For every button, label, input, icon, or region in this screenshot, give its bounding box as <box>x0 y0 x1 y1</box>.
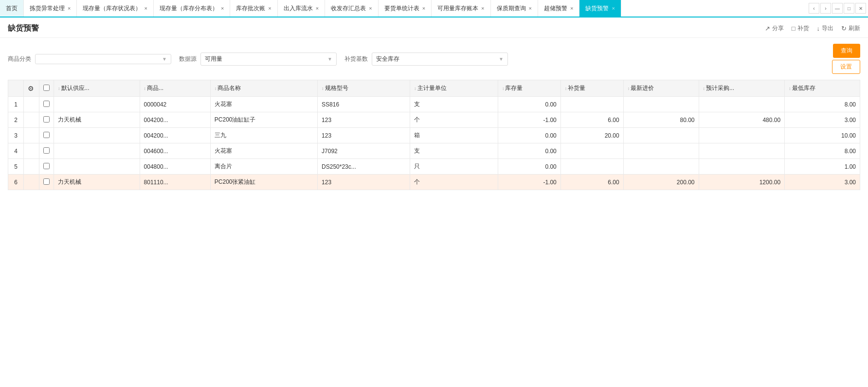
tab-item-6[interactable]: 收发存汇总表× <box>325 0 378 17</box>
tab-item-8[interactable]: 可用量库存账本× <box>432 0 490 17</box>
cell-spec-1: 123 <box>318 112 410 128</box>
cell-unit-5: 个 <box>410 175 498 190</box>
window-restore-button[interactable]: □ <box>844 3 854 14</box>
tab-label-1: 拣货异常处理 <box>30 4 65 13</box>
row-checkbox-3[interactable] <box>39 143 54 159</box>
share-icon: ↗ <box>765 25 770 32</box>
tab-item-3[interactable]: 现存量（库存分布表）× <box>154 0 230 17</box>
category-select[interactable]: ▼ <box>35 54 171 64</box>
table-row: 10000042火花塞SS816支0.008.00 <box>8 97 860 112</box>
window-minimize-button[interactable]: — <box>832 3 843 14</box>
cell-stock-0: 0.00 <box>498 97 561 112</box>
cell-replenish_qty-1: 6.00 <box>561 112 623 128</box>
col-est_purchase[interactable]: ↕预计采购... <box>699 80 785 97</box>
replenish-select[interactable]: 安全库存 ▼ <box>372 53 508 66</box>
export-button[interactable]: ↓ 导出 <box>817 24 834 33</box>
tab-close-3[interactable]: × <box>221 5 224 11</box>
cell-unit-0: 支 <box>410 97 498 112</box>
tab-prev-button[interactable]: ‹ <box>809 3 819 14</box>
col-min_stock[interactable]: ↕最低库存 <box>785 80 860 97</box>
row-select-2[interactable] <box>43 132 50 138</box>
cell-supplier-0 <box>54 97 140 112</box>
cell-est_purchase-4 <box>699 159 785 175</box>
table-container: ⚙↕默认供应...↕商品...↕商品名称↕规格型号↕主计量单位↕库存量↕补货量↕… <box>0 80 868 190</box>
replenish-chevron-icon: ▼ <box>499 56 504 62</box>
tab-next-button[interactable]: › <box>820 3 831 14</box>
tab-close-11[interactable]: × <box>612 5 615 11</box>
tab-label-8: 可用量库存账本 <box>437 4 478 13</box>
col-stock[interactable]: ↕库存量 <box>498 80 561 97</box>
col-latest_price[interactable]: ↕最新进价 <box>623 80 699 97</box>
cell-supplier-5: 力天机械 <box>54 175 140 190</box>
cell-stock-2: 0.00 <box>498 128 561 143</box>
cell-min_stock-4: 1.00 <box>785 159 860 175</box>
cell-latest_price-1: 80.00 <box>623 112 699 128</box>
cell-product_code-2: 004200... <box>140 128 210 143</box>
cell-replenish_qty-4 <box>561 159 623 175</box>
tab-item-7[interactable]: 要货单统计表× <box>379 0 432 17</box>
tab-close-4[interactable]: × <box>268 5 271 11</box>
tab-item-2[interactable]: 现存量（库存状况表）× <box>77 0 153 17</box>
tab-close-2[interactable]: × <box>144 5 147 11</box>
sort-icon: ↕ <box>215 86 217 91</box>
row-num-1: 2 <box>8 112 24 128</box>
row-select-1[interactable] <box>43 116 50 123</box>
tab-item-11[interactable]: 缺货预警× <box>579 0 621 17</box>
col-replenish_qty[interactable]: ↕补货量 <box>561 80 623 97</box>
row-select-0[interactable] <box>43 101 50 107</box>
sort-icon: ↕ <box>789 86 791 91</box>
datasource-select[interactable]: 可用量 ▼ <box>200 53 337 66</box>
tab-item-1[interactable]: 拣货异常处理× <box>24 0 77 17</box>
cell-unit-4: 只 <box>410 159 498 175</box>
col-label-replenish_qty: 补货量 <box>568 85 585 91</box>
cell-product_code-3: 004600... <box>140 143 210 159</box>
row-checkbox-2[interactable] <box>39 128 54 143</box>
row-gear-1 <box>24 112 39 128</box>
tab-close-5[interactable]: × <box>316 5 319 11</box>
cell-product_name-1: PC200油缸缸子 <box>210 112 317 128</box>
row-checkbox-0[interactable] <box>39 97 54 112</box>
col-supplier[interactable]: ↕默认供应... <box>54 80 140 97</box>
replenish-button[interactable]: □ 补货 <box>792 24 809 33</box>
tab-label-7: 要货单统计表 <box>384 4 419 13</box>
gear-settings-icon[interactable]: ⚙ <box>28 85 34 92</box>
cell-latest_price-0 <box>623 97 699 112</box>
row-select-4[interactable] <box>43 163 50 169</box>
tab-item-4[interactable]: 库存批次账× <box>230 0 277 17</box>
select-all-checkbox[interactable] <box>43 85 50 91</box>
cell-product_name-5: PC200张紧油缸 <box>210 175 317 190</box>
query-button[interactable]: 查询 <box>833 44 860 58</box>
row-num-0: 1 <box>8 97 24 112</box>
col-checkbox[interactable] <box>39 80 54 97</box>
tab-close-8[interactable]: × <box>481 5 484 11</box>
row-select-5[interactable] <box>43 178 50 185</box>
cell-product_code-0: 0000042 <box>140 97 210 112</box>
tab-item-0[interactable]: 首页 <box>0 0 24 17</box>
row-checkbox-5[interactable] <box>39 175 54 190</box>
settings-button[interactable]: 设置 <box>832 60 860 74</box>
col-gear[interactable]: ⚙ <box>24 80 39 97</box>
tab-close-1[interactable]: × <box>68 5 71 11</box>
replenish-value: 安全库存 <box>376 55 399 63</box>
row-checkbox-1[interactable] <box>39 112 54 128</box>
page-content: 缺货预警 ↗ 分享 □ 补货 ↓ 导出 ↻ 刷新 商品分类 <box>0 18 868 387</box>
window-close-button[interactable]: ✕ <box>855 3 866 14</box>
share-button[interactable]: ↗ 分享 <box>765 24 784 33</box>
col-product_name[interactable]: ↕商品名称 <box>210 80 317 97</box>
tab-item-10[interactable]: 超储预警× <box>538 0 579 17</box>
row-gear-4 <box>24 159 39 175</box>
refresh-button[interactable]: ↻ 刷新 <box>841 24 860 33</box>
tab-item-9[interactable]: 保质期查询× <box>491 0 538 17</box>
col-unit[interactable]: ↕主计量单位 <box>410 80 498 97</box>
cell-latest_price-3 <box>623 143 699 159</box>
tab-item-5[interactable]: 出入库流水× <box>278 0 325 17</box>
col-product_code[interactable]: ↕商品... <box>140 80 210 97</box>
tab-close-9[interactable]: × <box>529 5 532 11</box>
row-checkbox-4[interactable] <box>39 159 54 175</box>
cell-replenish_qty-0 <box>561 97 623 112</box>
col-spec[interactable]: ↕规格型号 <box>318 80 410 97</box>
tab-close-10[interactable]: × <box>570 5 573 11</box>
tab-close-7[interactable]: × <box>422 5 425 11</box>
row-select-3[interactable] <box>43 147 50 154</box>
tab-close-6[interactable]: × <box>369 5 372 11</box>
